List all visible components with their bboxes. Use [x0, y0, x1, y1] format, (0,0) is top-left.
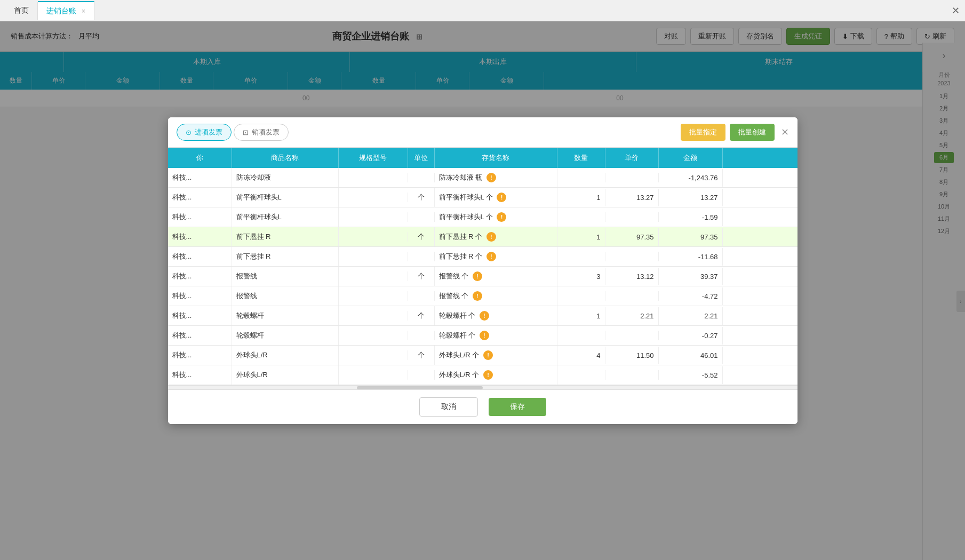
- save-button[interactable]: 保存: [489, 398, 546, 416]
- table-row[interactable]: 科技... 前下悬挂 R 个 前下悬挂 R 个 ! 1 97.35 97.35: [168, 227, 797, 247]
- td-product: 报警线: [232, 267, 339, 286]
- td-qty: [557, 252, 605, 261]
- cancel-button[interactable]: 取消: [419, 397, 478, 417]
- modal-header-actions: 批量指定 批量创建: [681, 124, 775, 141]
- table-row[interactable]: 科技... 防冻冷却液 防冻冷却液 瓶 ! -1,243.76: [168, 168, 797, 188]
- table-row[interactable]: 科技... 报警线 个 报警线 个 ! 3 13.12 39.37: [168, 267, 797, 286]
- warning-icon[interactable]: !: [473, 271, 482, 281]
- modal-dialog: ⊙ 进项发票 ⊡ 销项发票 批量指定 批量创建 ✕ 你: [168, 117, 797, 424]
- td-inventory: 报警线 个 !: [435, 267, 557, 286]
- table-row[interactable]: 科技... 前平衡杆球头L 前平衡杆球头L 个 ! -1.59: [168, 207, 797, 227]
- td-price: [605, 370, 659, 380]
- warning-icon[interactable]: !: [487, 173, 496, 182]
- warning-icon[interactable]: !: [480, 311, 489, 321]
- td-price: [605, 173, 659, 182]
- td-amount: -5.52: [659, 366, 723, 384]
- td-inventory: 轮毂螺杆 个 !: [435, 326, 557, 345]
- warning-icon[interactable]: !: [497, 212, 506, 222]
- td-product: 前下悬挂 R: [232, 247, 339, 266]
- table-row[interactable]: 科技... 前下悬挂 R 前下悬挂 R 个 ! -11.68: [168, 247, 797, 267]
- td-qty: 1: [557, 189, 605, 206]
- scrollbar-thumb[interactable]: [357, 386, 483, 389]
- td-price: 11.50: [605, 347, 659, 364]
- td-company: 科技...: [168, 326, 232, 345]
- th-unit-price: 单价: [605, 148, 659, 168]
- warning-icon[interactable]: !: [483, 350, 493, 360]
- td-company: 科技...: [168, 286, 232, 306]
- table-row[interactable]: 科技... 轮毂螺杆 轮毂螺杆 个 ! -0.27: [168, 326, 797, 346]
- table-body: 科技... 防冻冷却液 防冻冷却液 瓶 ! -1,243.76: [168, 168, 797, 385]
- window-close-button[interactable]: ✕: [952, 5, 960, 17]
- td-company: 科技...: [168, 168, 232, 187]
- td-price: 13.12: [605, 268, 659, 285]
- td-unit: 个: [408, 306, 435, 325]
- td-unit: [408, 212, 435, 222]
- td-company: 科技...: [168, 247, 232, 266]
- td-spec: [339, 291, 408, 301]
- table-row[interactable]: 科技... 轮毂螺杆 个 轮毂螺杆 个 ! 1 2.21 2.21: [168, 306, 797, 326]
- main-content: 销售成本计算方法： 月平均 商贸企业进销台账 ⊞ 对账 重新开账 存货别名 生成…: [0, 21, 965, 560]
- td-unit: [408, 173, 435, 182]
- td-qty: [557, 291, 605, 301]
- td-unit: 个: [408, 227, 435, 246]
- td-qty: 1: [557, 228, 605, 246]
- modal-footer: 取消 保存: [168, 389, 797, 424]
- td-product: 前下悬挂 R: [232, 227, 339, 246]
- td-price: 2.21: [605, 307, 659, 325]
- td-inventory: 前下悬挂 R 个 !: [435, 227, 557, 246]
- table-header: 你 商品名称 规格型号 单位 存货名称 数量 单价 金额: [168, 148, 797, 168]
- table-row[interactable]: 科技... 报警线 报警线 个 ! -4.72: [168, 286, 797, 306]
- td-product: 轮毂螺杆: [232, 326, 339, 345]
- td-amount: -1.59: [659, 209, 723, 226]
- batch-create-button[interactable]: 批量创建: [730, 124, 775, 141]
- td-amount: 13.27: [659, 189, 723, 206]
- tab-home[interactable]: 首页: [5, 2, 38, 20]
- td-product: 外球头L/R: [232, 346, 339, 365]
- td-spec: [339, 311, 408, 321]
- td-unit: 个: [408, 188, 435, 207]
- td-amount: 46.01: [659, 347, 723, 364]
- th-spec: 规格型号: [339, 148, 408, 168]
- warning-icon[interactable]: !: [497, 193, 506, 202]
- table-row[interactable]: 科技... 前平衡杆球头L 个 前平衡杆球头L 个 ! 1 13.27 13.2…: [168, 188, 797, 207]
- td-spec: [339, 232, 408, 242]
- warning-icon[interactable]: !: [473, 291, 482, 301]
- th-company: 你: [168, 148, 232, 168]
- tab-invoice-out[interactable]: ⊡ 销项发票: [234, 124, 289, 141]
- batch-assign-button[interactable]: 批量指定: [681, 124, 725, 141]
- td-product: 报警线: [232, 286, 339, 306]
- td-amount: -0.27: [659, 327, 723, 345]
- tab-invoice-in[interactable]: ⊙ 进项发票: [177, 124, 232, 141]
- td-spec: [339, 331, 408, 340]
- td-unit: [408, 370, 435, 380]
- td-amount: -11.68: [659, 248, 723, 266]
- tab-close-icon[interactable]: ×: [82, 7, 85, 15]
- td-company: 科技...: [168, 227, 232, 246]
- td-price: 13.27: [605, 189, 659, 206]
- td-company: 科技...: [168, 365, 232, 385]
- td-product: 前平衡杆球头L: [232, 207, 339, 227]
- th-amount: 金额: [659, 148, 723, 168]
- th-inventory-name: 存货名称: [435, 148, 557, 168]
- tab-ledger[interactable]: 进销台账 ×: [38, 1, 94, 20]
- modal-close-button[interactable]: ✕: [781, 126, 789, 138]
- horizontal-scrollbar[interactable]: [168, 385, 797, 389]
- td-inventory: 防冻冷却液 瓶 !: [435, 168, 557, 187]
- table-row[interactable]: 科技... 外球头L/R 个 外球头L/R 个 ! 4 11.50 46.01: [168, 346, 797, 365]
- table-row[interactable]: 科技... 外球头L/R 外球头L/R 个 ! -5.52: [168, 365, 797, 385]
- modal-overlay: ⊙ 进项发票 ⊡ 销项发票 批量指定 批量创建 ✕ 你: [0, 21, 965, 560]
- warning-icon[interactable]: !: [480, 331, 489, 340]
- td-spec: [339, 252, 408, 261]
- td-amount: -4.72: [659, 287, 723, 305]
- warning-icon[interactable]: !: [487, 252, 496, 261]
- td-qty: 1: [557, 307, 605, 325]
- td-price: [605, 291, 659, 301]
- td-qty: [557, 212, 605, 222]
- td-price: [605, 212, 659, 222]
- warning-icon[interactable]: !: [487, 232, 496, 242]
- warning-icon[interactable]: !: [483, 370, 493, 380]
- td-price: [605, 252, 659, 261]
- td-inventory: 前平衡杆球头L 个 !: [435, 188, 557, 207]
- th-product-name: 商品名称: [232, 148, 339, 168]
- th-unit: 单位: [408, 148, 435, 168]
